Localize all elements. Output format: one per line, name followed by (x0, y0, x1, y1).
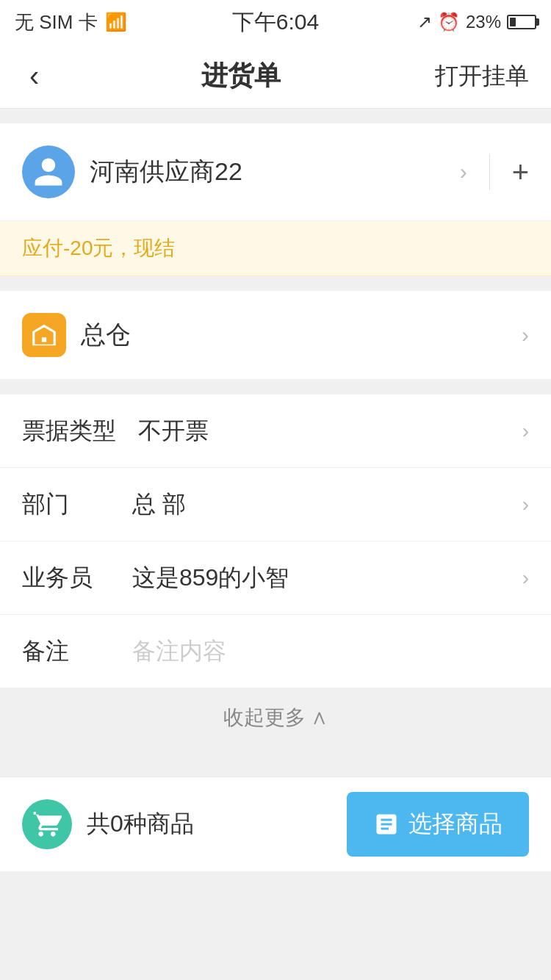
gap3 (0, 747, 551, 762)
department-chevron-icon: › (522, 493, 529, 516)
warehouse-row[interactable]: 总仓 › (0, 291, 551, 380)
divider (489, 154, 490, 190)
cart-icon (32, 810, 62, 839)
supplier-section: 河南供应商22 › + 应付-20元，现结 (0, 123, 551, 276)
salesman-label: 业务员 (22, 562, 110, 594)
warehouse-chevron-icon: › (522, 323, 529, 347)
remark-input[interactable]: 备注内容 (132, 635, 529, 668)
wifi-icon: 📶 (105, 12, 127, 32)
remark-label: 备注 (22, 635, 110, 668)
add-supplier-icon[interactable]: + (512, 156, 529, 189)
invoice-label: 票据类型 (22, 415, 116, 447)
supplier-avatar (22, 145, 75, 198)
select-product-button[interactable]: 选择商品 (347, 792, 529, 857)
alarm-icon: ⏰ (438, 12, 460, 32)
salesman-row[interactable]: 业务员 这是859的小智 › (0, 541, 551, 615)
alert-banner: 应付-20元，现结 (0, 221, 551, 276)
invoice-row[interactable]: 票据类型 不开票 › (0, 394, 551, 468)
open-pending-button[interactable]: 打开挂单 (435, 60, 529, 93)
alert-text: 应付-20元，现结 (22, 237, 175, 259)
product-bar: 共0种商品 选择商品 (0, 777, 551, 871)
gap1 (0, 276, 551, 291)
nav-bar: ‹ 进货单 打开挂单 (0, 44, 551, 109)
select-product-icon (373, 811, 400, 837)
salesman-value: 这是859的小智 (132, 562, 515, 594)
invoice-chevron-icon: › (522, 419, 529, 443)
product-cart-circle (22, 799, 72, 849)
department-label: 部门 (22, 489, 110, 521)
form-section: 票据类型 不开票 › 部门 总 部 › 业务员 这是859的小智 › 备注 备注… (0, 394, 551, 688)
supplier-name: 河南供应商22 (90, 155, 460, 189)
battery-percent: 23% (466, 12, 501, 32)
department-row[interactable]: 部门 总 部 › (0, 468, 551, 541)
location-icon: ↗ (417, 12, 432, 32)
user-icon (32, 155, 65, 189)
select-product-label: 选择商品 (408, 808, 503, 840)
warehouse-name: 总仓 (81, 318, 522, 352)
warehouse-section: 总仓 › (0, 291, 551, 380)
status-time: 下午6:04 (232, 7, 319, 37)
status-bar: 无 SIM 卡 📶 下午6:04 ↗ ⏰ 23% (0, 0, 551, 44)
warehouse-icon-circle (22, 313, 66, 357)
supplier-actions: › + (460, 154, 529, 190)
status-left: 无 SIM 卡 📶 (15, 10, 127, 35)
warehouse-building-icon (30, 321, 58, 349)
gap2 (0, 380, 551, 394)
carrier-text: 无 SIM 卡 (15, 10, 98, 35)
supplier-chevron-icon: › (460, 159, 467, 184)
department-value: 总 部 (132, 489, 515, 521)
back-button[interactable]: ‹ (22, 52, 46, 100)
battery-icon (507, 15, 536, 29)
product-count-text: 共0种商品 (87, 808, 347, 840)
salesman-chevron-icon: › (522, 566, 529, 590)
remark-row[interactable]: 备注 备注内容 (0, 615, 551, 688)
supplier-row[interactable]: 河南供应商22 › + (0, 123, 551, 221)
collapse-label: 收起更多 ∧ (223, 704, 328, 732)
collapse-button[interactable]: 收起更多 ∧ (0, 688, 551, 747)
invoice-value: 不开票 (138, 415, 515, 447)
page-title: 进货单 (201, 58, 281, 94)
status-right: ↗ ⏰ 23% (417, 12, 536, 32)
top-gap (0, 109, 551, 123)
